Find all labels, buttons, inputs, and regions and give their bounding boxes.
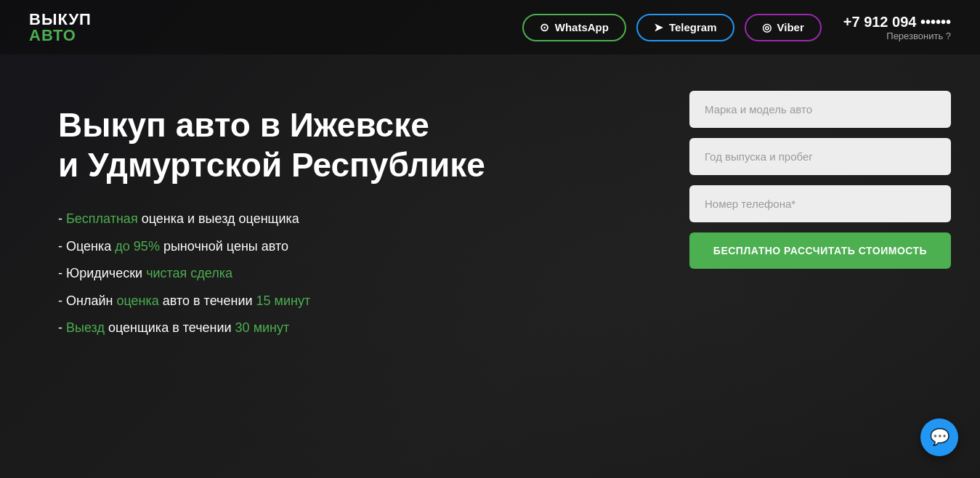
header: ВЫКУП АВТО ⊙ WhatsApp ➤ Telegram ◎ Viber… (0, 0, 980, 54)
feature3-green: чистая сделка (146, 266, 232, 280)
feature1-rest: оценка и выезд оценщика (138, 211, 299, 226)
contact-info: +7 912 094 •••••• Перезвонить ? (843, 14, 951, 41)
main-content: Выкуп авто в Ижевске и Удмуртской Респуб… (0, 54, 980, 478)
nav-buttons: ⊙ WhatsApp ➤ Telegram ◎ Viber (522, 14, 822, 41)
whatsapp-label: WhatsApp (555, 21, 609, 33)
year-mileage-input[interactable] (689, 138, 951, 175)
feature4-mid: авто в течении (159, 293, 256, 308)
chat-bubble-button[interactable]: 💬 (920, 418, 958, 456)
title-line2: и Удмуртской Республике (58, 146, 485, 184)
left-section: Выкуп авто в Ижевске и Удмуртской Респуб… (58, 91, 646, 336)
telegram-button[interactable]: ➤ Telegram (636, 14, 734, 41)
feature1-green: Бесплатная (66, 211, 138, 226)
contact-form: БЕСПЛАТНО РАССЧИТАТЬ СТОИМОСТЬ (689, 91, 951, 269)
chat-bubble-icon: 💬 (930, 428, 949, 447)
feature3-prefix: - Юридически (58, 266, 146, 280)
callback-link[interactable]: Перезвонить ? (843, 31, 951, 41)
telegram-label: Telegram (669, 21, 717, 33)
feature4-green2: 15 минут (256, 293, 311, 308)
title-line1: Выкуп авто в Ижевске (58, 106, 429, 144)
feature-item-4: - Онлайн оценка авто в течении 15 минут (58, 293, 646, 309)
feature1-prefix: - (58, 211, 66, 226)
phone-input[interactable] (689, 185, 951, 222)
logo-top: ВЫКУП (29, 12, 92, 28)
whatsapp-icon: ⊙ (540, 21, 549, 34)
feature5-green2: 30 минут (235, 320, 290, 335)
main-title: Выкуп авто в Ижевске и Удмуртской Респуб… (58, 105, 646, 185)
feature2-prefix: - Оценка (58, 239, 115, 254)
feature-item-5: - Выезд оценщика в течении 30 минут (58, 320, 646, 336)
phone-number[interactable]: +7 912 094 •••••• (843, 14, 951, 31)
viber-button[interactable]: ◎ Viber (745, 14, 822, 41)
feature5-green1: Выезд (66, 320, 105, 335)
telegram-icon: ➤ (654, 21, 663, 34)
feature2-rest: рыночной цены авто (160, 239, 288, 254)
logo-bottom: АВТО (29, 28, 92, 44)
feature-item-3: - Юридически чистая сделка (58, 265, 646, 282)
car-model-input[interactable] (689, 91, 951, 128)
viber-icon: ◎ (762, 21, 772, 34)
feature5-mid: оценщика в течении (105, 320, 235, 335)
feature-item-1: - Бесплатная оценка и выезд оценщика (58, 211, 646, 227)
feature-item-2: - Оценка до 95% рыночной цены авто (58, 238, 646, 255)
feature2-green: до 95% (115, 239, 160, 254)
logo: ВЫКУП АВТО (29, 12, 92, 44)
whatsapp-button[interactable]: ⊙ WhatsApp (522, 14, 626, 41)
feature4-green1: оценка (116, 293, 158, 308)
features-list: - Бесплатная оценка и выезд оценщика - О… (58, 211, 646, 336)
feature4-prefix: - Онлайн (58, 293, 116, 308)
viber-label: Viber (777, 21, 804, 33)
feature5-prefix: - (58, 320, 66, 335)
submit-button[interactable]: БЕСПЛАТНО РАССЧИТАТЬ СТОИМОСТЬ (689, 232, 951, 269)
